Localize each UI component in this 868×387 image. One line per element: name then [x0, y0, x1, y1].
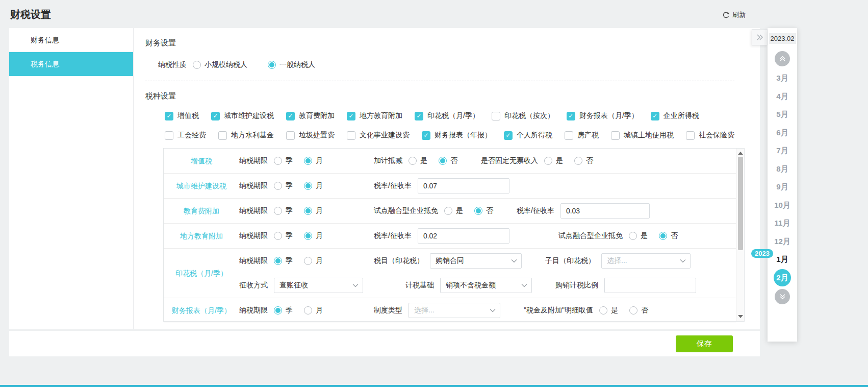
- radio-quarter[interactable]: 季: [274, 306, 293, 315]
- save-button[interactable]: 保存: [676, 335, 733, 352]
- refresh-icon: [722, 11, 730, 19]
- radio-month[interactable]: 月: [304, 156, 323, 165]
- sidebar-item-tax-info[interactable]: 税务信息: [9, 52, 133, 76]
- field-label: 是否固定无票收入: [481, 156, 538, 165]
- radio-month[interactable]: 月: [304, 181, 323, 190]
- refresh-button[interactable]: 刷新: [722, 10, 746, 19]
- collapse-panel-button[interactable]: [752, 29, 768, 45]
- radio-yes[interactable]: 是: [599, 306, 618, 315]
- checkbox-unchecked-icon: [492, 112, 500, 120]
- tax-type-checkbox[interactable]: ✓企业所得税: [651, 111, 699, 120]
- tax-item-select[interactable]: 购销合同: [430, 253, 522, 269]
- tax-type-checkbox[interactable]: ✓地方教育附加: [347, 111, 402, 120]
- tax-type-checkbox[interactable]: ✓财务报表（月/季）: [567, 111, 639, 120]
- tax-name-link-local-edu[interactable]: 地方教育附加: [164, 231, 239, 240]
- tax-type-checkbox[interactable]: ✓印花税（月/季）: [415, 111, 479, 120]
- tax-type-checkbox[interactable]: ✓教育费附加: [286, 111, 335, 120]
- rate-input-edu[interactable]: [560, 203, 650, 219]
- checkbox-checked-icon: ✓: [651, 112, 659, 120]
- checkbox-checked-icon: ✓: [165, 112, 173, 120]
- month-item[interactable]: 9月: [768, 178, 797, 197]
- radio-quarter[interactable]: 季: [274, 181, 293, 190]
- tax-type-checkbox[interactable]: 地方水利基金: [218, 131, 274, 140]
- scrollbar-down-arrow-icon[interactable]: [738, 315, 743, 318]
- field-label: 子目（印花税）: [545, 256, 595, 265]
- tax-type-checkbox[interactable]: ✓增值税: [165, 111, 199, 120]
- radio-yes[interactable]: 是: [409, 156, 427, 165]
- radio-yes[interactable]: 是: [444, 206, 463, 215]
- radio-off-icon: [274, 207, 282, 215]
- radio-no[interactable]: 否: [439, 156, 457, 165]
- radio-label: 否: [450, 156, 457, 165]
- radio-month[interactable]: 月: [304, 206, 323, 215]
- radio-no[interactable]: 否: [659, 231, 678, 240]
- stamp-subrow-2: 征收方式 查账征收 计税基础 销项不含税金额: [239, 273, 736, 298]
- month-item[interactable]: 8月: [768, 160, 797, 179]
- tax-name-link-vat[interactable]: 增值税: [164, 156, 239, 165]
- month-item[interactable]: 6月: [768, 124, 797, 142]
- radio-quarter[interactable]: 季: [274, 231, 293, 240]
- radio-month[interactable]: 月: [304, 256, 323, 265]
- radio-small-scale-taxpayer[interactable]: 小规模纳税人: [193, 60, 247, 69]
- rate-input-local-edu[interactable]: [418, 228, 509, 244]
- tax-config-table: 增值税 纳税期限 季 月 加计抵减 是 否 是否固定无票收入 是 否: [163, 148, 745, 322]
- radio-no[interactable]: 否: [474, 206, 493, 215]
- field-label: 加计抵减: [374, 156, 402, 165]
- radio-label: 否: [641, 306, 648, 315]
- tax-type-checkbox[interactable]: 垃圾处置费: [286, 131, 335, 140]
- period-field: 纳税期限 季 月: [239, 256, 350, 265]
- month-item[interactable]: 3月: [768, 69, 797, 88]
- month-item[interactable]: 11月: [768, 214, 797, 233]
- scroll-months-down-button[interactable]: [775, 289, 790, 304]
- purchase-sale-ratio-input[interactable]: [604, 278, 696, 293]
- month-item[interactable]: 2月: [768, 269, 797, 287]
- month-item[interactable]: 5月: [768, 106, 797, 124]
- radio-month[interactable]: 月: [304, 231, 323, 240]
- month-item[interactable]: 1月2023: [768, 251, 797, 269]
- refresh-label: 刷新: [732, 10, 746, 19]
- scrollbar-thumb[interactable]: [738, 157, 743, 250]
- tax-nature-row: 纳税性质 小规模纳税人 一般纳税人: [158, 60, 760, 69]
- tax-type-checkbox[interactable]: 文化事业建设费: [347, 131, 410, 140]
- radio-general-taxpayer[interactable]: 一般纳税人: [268, 60, 315, 69]
- tax-type-checkbox[interactable]: 城镇土地使用税: [611, 131, 674, 140]
- radio-quarter[interactable]: 季: [274, 256, 293, 265]
- radio-no[interactable]: 否: [629, 306, 648, 315]
- tax-name-link-stamp[interactable]: 印花税（月/季）: [164, 269, 239, 278]
- radio-quarter[interactable]: 季: [274, 156, 293, 165]
- month-item[interactable]: 10月: [768, 197, 797, 215]
- radio-quarter[interactable]: 季: [274, 206, 293, 215]
- scroll-months-up-button[interactable]: [775, 51, 790, 66]
- scrollbar-up-arrow-icon[interactable]: [738, 152, 743, 155]
- tax-type-checkbox[interactable]: ✓个人所得税: [504, 131, 552, 140]
- tax-name-link-edu[interactable]: 教育费附加: [164, 206, 239, 215]
- tax-type-checkbox[interactable]: ✓城市维护建设税: [211, 111, 274, 120]
- tax-name-link-urban[interactable]: 城市维护建设税: [164, 181, 239, 190]
- system-type-select[interactable]: 选择...: [409, 303, 500, 318]
- surcharge-detail-field: "税金及附加"明细取值 是 否: [524, 306, 648, 315]
- tax-basis-select[interactable]: 销项不含税金额: [440, 278, 532, 293]
- tax-subitem-select[interactable]: 选择...: [601, 253, 691, 269]
- checkbox-label: 地方水利基金: [231, 131, 274, 140]
- tax-type-checkbox[interactable]: 房产税: [565, 131, 599, 140]
- tax-type-checkbox[interactable]: ✓财务报表（年报）: [422, 131, 492, 140]
- radio-no[interactable]: 否: [574, 156, 593, 165]
- radio-label: 是: [556, 156, 563, 165]
- tax-type-checkbox[interactable]: 工会经费: [165, 131, 206, 140]
- tax-type-row-2: 工会经费地方水利基金垃圾处置费文化事业建设费✓财务报表（年报）✓个人所得税房产税…: [165, 131, 760, 140]
- month-item[interactable]: 12月: [768, 233, 797, 251]
- radio-month[interactable]: 月: [304, 306, 323, 315]
- month-item[interactable]: 4月: [768, 88, 797, 106]
- bottom-accent-line: [0, 385, 868, 387]
- tax-type-checkbox[interactable]: 印花税（按次）: [492, 111, 554, 120]
- radio-yes[interactable]: 是: [629, 231, 648, 240]
- table-scrollbar[interactable]: [736, 149, 744, 321]
- tax-name-link-report[interactable]: 财务报表（月/季）: [164, 306, 239, 315]
- checkbox-label: 垃圾处置费: [299, 131, 335, 140]
- tax-type-checkbox[interactable]: 社会保险费: [686, 131, 734, 140]
- radio-yes[interactable]: 是: [544, 156, 563, 165]
- levy-method-select[interactable]: 查账征收: [274, 278, 363, 293]
- rate-input-urban[interactable]: [418, 178, 509, 194]
- month-item[interactable]: 7月: [768, 142, 797, 160]
- sidebar-item-finance-info[interactable]: 财务信息: [9, 28, 133, 52]
